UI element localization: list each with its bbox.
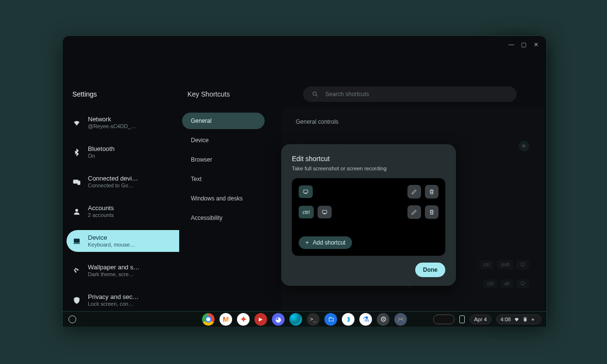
svg-rect-19 — [521, 263, 524, 266]
svg-rect-28 — [524, 318, 526, 321]
nav-subtitle: @Reyee-sC4DD_… — [88, 123, 136, 130]
category-text[interactable]: Text — [182, 171, 265, 187]
category-browser[interactable]: Browser — [182, 151, 265, 168]
launcher-button[interactable] — [68, 315, 76, 323]
app-discord[interactable] — [272, 313, 285, 326]
delete-shortcut-button[interactable] — [425, 205, 438, 219]
battery-icon — [523, 316, 528, 322]
account-icon — [72, 207, 81, 216]
category-device[interactable]: Device — [182, 132, 265, 149]
svg-point-17 — [522, 144, 525, 147]
category-general[interactable]: General — [182, 113, 265, 129]
wall-icon — [72, 266, 81, 275]
app-flask[interactable] — [359, 313, 372, 326]
svg-rect-25 — [322, 210, 327, 214]
nav-subtitle: Keyboard, mouse… — [88, 241, 135, 248]
key-ctrl: ctrl — [299, 206, 314, 218]
search-field[interactable]: Search shortcuts — [303, 86, 517, 102]
dev-icon: ‹› — [531, 316, 537, 322]
screenshot-icon — [299, 185, 313, 198]
status-pill[interactable]: Apr 4 — [470, 314, 491, 324]
devices-icon — [72, 178, 81, 186]
sidebar-item-connected-devi-[interactable]: Connected devi… Connected to Go… — [67, 171, 179, 193]
app-files[interactable] — [324, 313, 337, 326]
nav-title: Device — [88, 234, 135, 241]
sidebar-item-wallpaper-and-s-[interactable]: Wallpaper and s… Dark theme, scre… — [67, 260, 179, 281]
app-edge[interactable] — [289, 313, 302, 326]
status-tray[interactable]: Apr 4 4:08 ‹› — [433, 314, 541, 324]
svg-line-1 — [316, 95, 318, 97]
settings-window: — ▢ ✕ Settings Key Shortcuts Search shor… — [62, 35, 547, 327]
dialog-title: Edit shortcut — [292, 155, 445, 163]
nav-subtitle: Dark theme, scre… — [88, 271, 139, 278]
nav-title: Bluetooth — [88, 145, 115, 152]
desk-switcher[interactable] — [433, 314, 455, 324]
delete-shortcut-button[interactable] — [425, 185, 438, 199]
app-yt[interactable] — [254, 313, 267, 326]
launcher-key-icon — [519, 141, 529, 151]
app-gmail[interactable] — [219, 313, 232, 326]
add-shortcut-label: Add shortcut — [313, 239, 345, 246]
sidebar-item-network[interactable]: Network @Reyee-sC4DD_… — [67, 112, 179, 133]
nav-subtitle: On — [88, 152, 115, 159]
svg-rect-26 — [324, 213, 325, 214]
shortcut-list: ctrl + Add shortcut — [292, 178, 445, 256]
shield-icon — [72, 296, 81, 305]
edit-shortcut-dialog: Edit shortcut Take full screenshot or sc… — [281, 144, 456, 286]
time-label: 4:08 — [501, 316, 511, 322]
bt-icon — [72, 148, 81, 157]
sidebar-item-privacy-and-sec-[interactable]: Privacy and sec… Lock screen, con… — [67, 289, 179, 311]
done-button[interactable]: Done — [415, 263, 445, 277]
sidebar-item-bluetooth[interactable]: Bluetooth On — [67, 141, 179, 163]
svg-point-0 — [313, 92, 316, 95]
add-shortcut-button[interactable]: + Add shortcut — [299, 236, 352, 249]
close-button[interactable]: ✕ — [534, 41, 540, 48]
app-photos[interactable] — [237, 313, 250, 326]
edit-shortcut-button[interactable] — [407, 205, 421, 219]
app-gear[interactable] — [377, 313, 389, 326]
key-alt: alt — [500, 279, 513, 288]
category-accessibility[interactable]: Accessibility — [182, 210, 265, 226]
nav-subtitle: Lock screen, con… — [88, 300, 139, 307]
nav-title: Privacy and sec… — [88, 293, 139, 300]
nav-subtitle: Connected to Go… — [88, 182, 138, 189]
nav-title: Connected devi… — [88, 175, 138, 182]
key-shift: shift — [497, 260, 513, 269]
maximize-button[interactable]: ▢ — [521, 41, 527, 48]
minimize-button[interactable]: — — [508, 41, 514, 48]
date-label: Apr 4 — [474, 316, 487, 322]
svg-rect-23 — [304, 190, 308, 193]
plus-icon: + — [305, 239, 309, 246]
svg-rect-20 — [522, 265, 523, 266]
nav-title: Accounts — [88, 204, 114, 212]
dialog-description: Take full screenshot or screen recording — [292, 165, 445, 171]
svg-text:‹›: ‹› — [532, 317, 534, 321]
phone-hub-icon[interactable] — [459, 315, 465, 323]
sidebar-item-device[interactable]: Device Keyboard, mouse… — [67, 230, 179, 252]
edit-shortcut-button[interactable] — [407, 185, 421, 199]
app-bold[interactable] — [342, 313, 354, 326]
status-pill[interactable]: 4:08 ‹› — [496, 314, 541, 324]
settings-nav: Network @Reyee-sC4DD_… Bluetooth On Conn… — [67, 112, 179, 327]
shelf-apps — [202, 313, 407, 326]
app-chrome[interactable] — [202, 313, 215, 326]
wifi-icon — [72, 118, 81, 127]
sidebar-item-accounts[interactable]: Accounts 2 accounts — [67, 200, 179, 222]
search-placeholder: Search shortcuts — [325, 91, 369, 98]
svg-rect-24 — [305, 193, 306, 194]
svg-rect-22 — [522, 284, 523, 285]
shelf: Apr 4 4:08 ‹› — [62, 311, 547, 327]
svg-line-18 — [524, 147, 525, 148]
svg-point-4 — [75, 209, 78, 211]
app-term[interactable] — [307, 313, 320, 326]
screenshot-key-icon — [516, 260, 529, 269]
screenshot-key-icon — [516, 279, 529, 288]
nav-title: Wallpaper and s… — [88, 264, 139, 271]
svg-rect-2 — [73, 180, 78, 183]
shortcut-row — [299, 185, 438, 199]
key-ctrl: ctrl — [483, 279, 497, 288]
laptop-icon — [72, 237, 81, 246]
app-game[interactable] — [394, 313, 407, 326]
svg-rect-3 — [78, 181, 80, 184]
category-windows-and-desks[interactable]: Windows and desks — [182, 190, 265, 207]
